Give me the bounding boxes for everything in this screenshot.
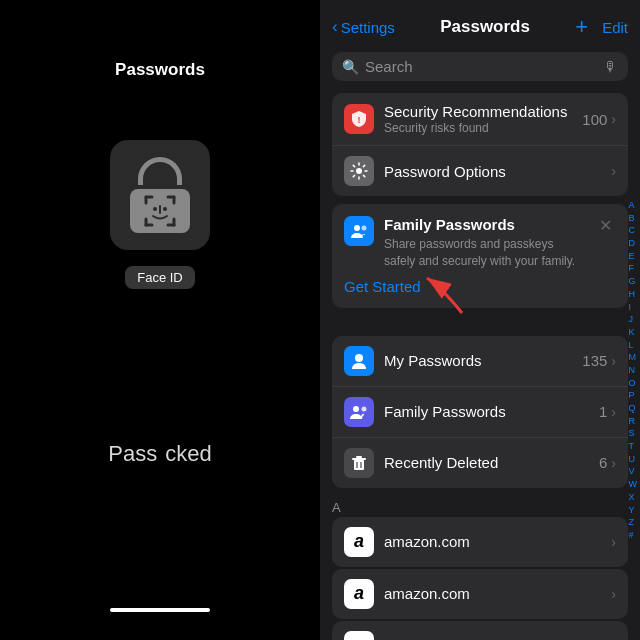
amazon-icon-3: a (344, 631, 374, 640)
svg-point-4 (356, 168, 362, 174)
password-options-item[interactable]: Password Options › (332, 145, 628, 196)
alpha-q[interactable]: Q (629, 403, 638, 415)
amazon-title-1: amazon.com (384, 533, 601, 550)
edit-button[interactable]: Edit (602, 19, 628, 36)
security-subtitle: Security risks found (384, 121, 572, 135)
alpha-y[interactable]: Y (629, 505, 638, 517)
security-content: Security Recommendations Security risks … (384, 103, 572, 135)
amazon-item-3[interactable]: a amazon work › (332, 621, 628, 640)
my-passwords-item[interactable]: My Passwords 135 › (332, 336, 628, 386)
alpha-w[interactable]: W (629, 479, 638, 491)
alpha-hash[interactable]: # (629, 530, 638, 542)
right-scroll-area[interactable]: ! Security Recommendations Security risk… (320, 89, 640, 640)
family-card-close-button[interactable]: ✕ (595, 216, 616, 235)
alpha-g[interactable]: G (629, 276, 638, 288)
alpha-o[interactable]: O (629, 378, 638, 390)
alpha-t[interactable]: T (629, 441, 638, 453)
lock-container: Face ID (110, 140, 210, 289)
amazon-text-2: amazon.com (384, 585, 601, 602)
pass-text-right: cked (165, 441, 211, 467)
alpha-c[interactable]: C (629, 225, 638, 237)
search-bar[interactable]: 🔍 Search 🎙 (332, 52, 628, 81)
password-options-right: › (611, 163, 616, 179)
mic-icon[interactable]: 🎙 (604, 59, 618, 75)
nav-actions: + Edit (575, 14, 628, 40)
alpha-z[interactable]: Z (629, 517, 638, 529)
password-options-chevron-icon: › (611, 163, 616, 179)
nav-title: Passwords (440, 17, 530, 37)
section-security: ! Security Recommendations Security risk… (332, 93, 628, 196)
alpha-b[interactable]: B (629, 213, 638, 225)
trash-icon (350, 454, 368, 472)
family-passwords-content: Family Passwords (384, 403, 589, 420)
alpha-u[interactable]: U (629, 454, 638, 466)
amazon-item-1[interactable]: a amazon.com › (332, 517, 628, 567)
security-recommendations-item[interactable]: ! Security Recommendations Security risk… (332, 93, 628, 145)
face-id-label: Face ID (125, 266, 195, 289)
family-passwords-right: 1 › (599, 403, 616, 420)
my-passwords-badge: 135 (582, 352, 607, 369)
family-passwords-item[interactable]: Family Passwords 1 › (332, 386, 628, 437)
alpha-l[interactable]: L (629, 340, 638, 352)
family-card-content: Family Passwords Share passwords and pas… (384, 216, 585, 270)
lock-body (130, 189, 190, 233)
svg-point-6 (362, 226, 367, 231)
alpha-h[interactable]: H (629, 289, 638, 301)
amazon-text-1: amazon.com (384, 533, 601, 550)
family-passwords-icon (344, 397, 374, 427)
alpha-v[interactable]: V (629, 466, 638, 478)
alpha-i[interactable]: I (629, 302, 638, 314)
amazon-item-2[interactable]: a amazon.com › (332, 569, 628, 619)
section-a-label: A (320, 496, 640, 517)
add-button[interactable]: + (575, 14, 588, 40)
svg-point-9 (353, 406, 359, 412)
lock-shackle (138, 157, 182, 185)
svg-point-10 (362, 406, 367, 411)
alpha-m[interactable]: M (629, 352, 638, 364)
family-card-header: Family Passwords Share passwords and pas… (344, 216, 616, 270)
right-panel: ‹ Settings Passwords + Edit 🔍 Search 🎙 ! (320, 0, 640, 640)
get-started-button[interactable]: Get Started (344, 278, 421, 295)
alpha-x[interactable]: X (629, 492, 638, 504)
alpha-s[interactable]: S (629, 428, 638, 440)
amazon-section: a amazon.com › a amazon.com › a amazon w… (332, 517, 628, 640)
svg-rect-11 (354, 460, 364, 470)
back-label: Settings (341, 19, 395, 36)
left-panel: Passwords (0, 0, 320, 640)
password-options-title: Password Options (384, 163, 601, 180)
alpha-n[interactable]: N (629, 365, 638, 377)
security-chevron-icon: › (611, 111, 616, 127)
family-passwords-card: Family Passwords Share passwords and pas… (332, 204, 628, 308)
alpha-r[interactable]: R (629, 416, 638, 428)
amazon-icon-1: a (344, 527, 374, 557)
alpha-p[interactable]: P (629, 390, 638, 402)
security-right: 100 › (582, 111, 616, 128)
search-input[interactable]: Search (365, 58, 598, 75)
security-icon: ! (344, 104, 374, 134)
svg-point-0 (153, 207, 157, 211)
alpha-k[interactable]: K (629, 327, 638, 339)
pass-text-left: Pass (108, 441, 157, 467)
back-button[interactable]: ‹ Settings (332, 17, 395, 37)
section-passwords: My Passwords 135 › Fa (332, 336, 628, 488)
people-icon (350, 222, 368, 240)
recently-deleted-content: Recently Deleted (384, 454, 589, 471)
alpha-j[interactable]: J (629, 314, 638, 326)
alpha-d[interactable]: D (629, 238, 638, 250)
svg-text:!: ! (358, 115, 361, 125)
faceid-icon (140, 191, 180, 231)
family-passwords-title: Family Passwords (384, 403, 589, 420)
nav-bar: ‹ Settings Passwords + Edit (320, 0, 640, 48)
recently-deleted-item[interactable]: Recently Deleted 6 › (332, 437, 628, 488)
family-passwords-badge: 1 (599, 403, 607, 420)
my-passwords-title: My Passwords (384, 352, 572, 369)
alpha-e[interactable]: E (629, 251, 638, 263)
password-options-icon (344, 156, 374, 186)
alphabet-index-bar[interactable]: A B C D E F G H I J K L M N O P Q R S T … (626, 200, 641, 542)
amazon-title-2: amazon.com (384, 585, 601, 602)
alpha-a[interactable]: A (629, 200, 638, 212)
alpha-f[interactable]: F (629, 263, 638, 275)
svg-point-1 (163, 207, 167, 211)
my-passwords-chevron-icon: › (611, 353, 616, 369)
my-passwords-right: 135 › (582, 352, 616, 369)
